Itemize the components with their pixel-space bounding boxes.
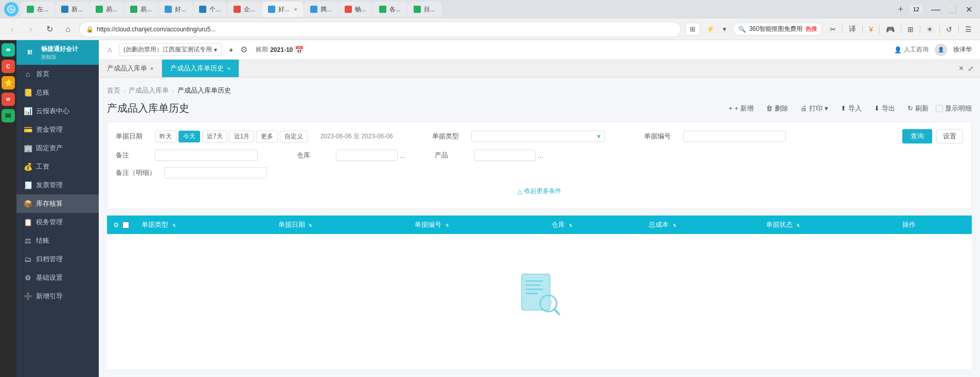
type-filter-select[interactable]: ▾ xyxy=(471,131,605,142)
browser-tab-3[interactable]: 易... xyxy=(90,2,123,17)
back-button[interactable]: ‹ xyxy=(5,22,20,37)
number-filter-input[interactable] xyxy=(683,131,786,142)
breadcrumb-home[interactable]: 首页 xyxy=(107,86,120,95)
tab-list-close-btn[interactable]: × xyxy=(150,65,153,71)
browser-tab-1[interactable]: 在... xyxy=(21,2,55,17)
app-icon-red[interactable]: C xyxy=(2,60,15,73)
sidebar-header[interactable]: 财 畅捷通好会计 旗舰版 xyxy=(16,40,99,65)
th-warehouse-sort-icon[interactable]: ⇅ xyxy=(569,224,573,228)
address-input[interactable]: 🔒 https://cloud.chanjet.com/accounting/u… xyxy=(79,22,681,37)
add-company-button[interactable]: + xyxy=(226,44,236,56)
browser-tab-4[interactable]: 易... xyxy=(124,2,158,17)
import-button[interactable]: ⬆ 导入 xyxy=(835,102,867,115)
tab8-close-btn[interactable]: × xyxy=(294,6,297,12)
sidebar-item-stock[interactable]: 📦 库存核算 xyxy=(16,194,99,213)
new-tab-button[interactable]: + xyxy=(894,2,908,16)
period-calendar-icon[interactable]: 📅 xyxy=(295,46,304,54)
sidebar-item-fund[interactable]: 💳 资金管理 xyxy=(16,120,99,139)
forward-button[interactable]: › xyxy=(24,22,38,37)
maximize-button[interactable]: ⬜ xyxy=(945,2,959,16)
grid-icon[interactable]: ⊞ xyxy=(904,23,917,35)
undo-icon[interactable]: ↺ xyxy=(943,23,955,35)
app-icon-chanjet[interactable] xyxy=(2,43,15,57)
sidebar-item-base[interactable]: ⚙ 基础设置 xyxy=(16,268,99,287)
export-button[interactable]: ⬇ 导出 xyxy=(869,102,900,115)
date-btn-7days[interactable]: 近7天 xyxy=(202,131,227,142)
query-button[interactable]: 查询 xyxy=(902,129,932,143)
add-button[interactable]: + + 新增 xyxy=(723,102,759,115)
sidebar-item-settle[interactable]: ⚖ 结账 xyxy=(16,231,99,250)
th-settings-icon[interactable]: ⚙ xyxy=(113,221,119,229)
th-status-sort-icon[interactable]: ⇅ xyxy=(796,224,800,228)
app-icon-mail[interactable]: ✉ xyxy=(2,109,15,122)
lightning-button[interactable]: ⚡ xyxy=(704,23,717,35)
user-avatar[interactable]: 👤 xyxy=(935,44,947,56)
date-btn-1month[interactable]: 近1月 xyxy=(229,131,255,142)
sidebar-item-new[interactable]: ➕ 新增引导 xyxy=(16,287,99,306)
close-button[interactable]: ✕ xyxy=(961,2,976,16)
browser-tab-8[interactable]: 好... × xyxy=(262,2,303,17)
tab-history[interactable]: 产成品入库单历史 × xyxy=(162,60,239,77)
sidebar-item-archive[interactable]: 🗂 归档管理 xyxy=(16,250,99,268)
date-btn-yesterday[interactable]: 昨天 xyxy=(155,131,176,142)
home-button[interactable]: ⌂ xyxy=(61,22,75,37)
user-service-link[interactable]: 👤 人工咨询 xyxy=(894,45,929,54)
refresh-button-toolbar[interactable]: ↻ 刷新 xyxy=(902,102,934,115)
browser-tab-11[interactable]: 各... xyxy=(373,2,407,17)
sidebar-item-invoice[interactable]: 🧾 发票管理 xyxy=(16,176,99,194)
th-cost-sort-icon[interactable]: ⇅ xyxy=(673,224,676,228)
translate-icon[interactable]: 译 xyxy=(846,23,859,36)
scissors-icon[interactable]: ✂ xyxy=(827,23,839,35)
sidebar-item-wage[interactable]: 💰 工资 xyxy=(16,157,99,176)
sidebar-item-home[interactable]: ⌂ 首页 xyxy=(16,65,99,83)
settings-button[interactable]: 设置 xyxy=(936,129,963,143)
tab-panel-close-btn[interactable]: × xyxy=(959,64,964,73)
th-number-sort-icon[interactable]: ⇅ xyxy=(446,224,449,228)
breadcrumb-parent[interactable]: 产成品入库单 xyxy=(129,86,169,95)
currency-icon[interactable]: ¥ xyxy=(866,23,876,35)
address-dropdown-button[interactable]: ▾ xyxy=(721,23,728,35)
sidebar-item-cloud[interactable]: 📊 云报表中心 xyxy=(16,102,99,120)
note-detail-input[interactable] xyxy=(164,167,267,178)
browser-tab-5[interactable]: 好... xyxy=(158,2,192,17)
menu-icon[interactable]: ☰ xyxy=(962,23,975,35)
sidebar-item-ledger[interactable]: 📒 总账 xyxy=(16,83,99,102)
warehouse-filter-input[interactable] xyxy=(336,150,398,161)
product-ellipsis[interactable]: ... xyxy=(538,151,544,159)
product-filter-input[interactable] xyxy=(474,150,536,161)
print-button[interactable]: 🖨 打印 ▾ xyxy=(795,102,833,115)
browser-tab-9[interactable]: 腾... xyxy=(304,2,338,17)
delete-button[interactable]: 🗑 删除 xyxy=(761,102,793,115)
th-select-all[interactable] xyxy=(122,222,129,228)
sidebar-item-tax[interactable]: 📋 税务管理 xyxy=(16,213,99,231)
game-icon[interactable]: 🎮 xyxy=(883,23,898,35)
date-btn-custom[interactable]: 自定义 xyxy=(280,131,308,142)
browser-tab-6[interactable]: 个... xyxy=(193,2,227,17)
theme-icon[interactable]: ☀ xyxy=(923,23,936,35)
th-date-sort-icon[interactable]: ⇅ xyxy=(309,224,312,228)
search-box[interactable]: 🔍 360智能抠图免费用 热搜 xyxy=(733,23,823,35)
minimize-button[interactable]: — xyxy=(929,2,943,16)
collapse-button[interactable]: △ 收起更多条件 xyxy=(513,185,565,198)
app-icon-weibo[interactable]: W xyxy=(2,93,15,106)
sidebar-item-asset[interactable]: 🏢 固定资产 xyxy=(16,139,99,157)
show-columns-checkbox[interactable] xyxy=(936,105,943,112)
browser-tab-12[interactable]: 目... xyxy=(407,2,441,17)
tab-list[interactable]: 产成品入库单 × xyxy=(99,60,162,77)
tab-history-close-btn[interactable]: × xyxy=(227,65,230,71)
browser-tab-2[interactable]: 新... xyxy=(55,2,89,17)
th-type-sort-icon[interactable]: ⇅ xyxy=(172,224,176,228)
extensions-button[interactable]: ⊞ xyxy=(685,23,700,35)
show-columns-toggle[interactable]: 显示明细 xyxy=(936,104,972,113)
note-filter-input[interactable] xyxy=(155,150,258,161)
warehouse-ellipsis[interactable]: ... xyxy=(400,151,406,159)
date-btn-more[interactable]: 更多 xyxy=(256,131,278,142)
company-select[interactable]: (勿删勿禁用）江西服宝测试专用 ▾ xyxy=(119,43,222,56)
browser-tab-7[interactable]: 企... xyxy=(227,2,261,17)
app-icon-star[interactable]: ⭐ xyxy=(2,76,15,89)
settings-icon[interactable]: ⚙ xyxy=(240,45,247,55)
refresh-button[interactable]: ↻ xyxy=(42,22,57,37)
date-btn-today[interactable]: 今天 xyxy=(179,131,200,142)
browser-logo-icon[interactable] xyxy=(4,2,19,16)
tab-panel-expand-btn[interactable]: ⤢ xyxy=(968,64,974,73)
